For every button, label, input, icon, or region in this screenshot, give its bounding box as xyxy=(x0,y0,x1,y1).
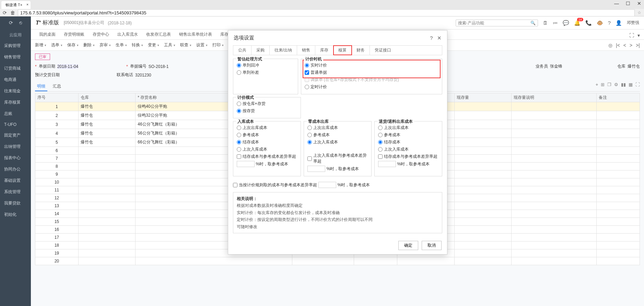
maximize-icon[interactable]: ☐ xyxy=(626,1,630,6)
close-icon[interactable]: × xyxy=(26,2,28,7)
browser-tab-title: 畅捷通 T+ xyxy=(5,3,22,7)
trash-icon[interactable]: 🗑 xyxy=(10,10,15,15)
minimize-icon[interactable]: — xyxy=(614,1,619,6)
address-bar[interactable]: 175.6.7.53:8080/tplus/view/portal/portal… xyxy=(18,9,635,16)
window-controls: — ☐ ✕ xyxy=(614,1,641,6)
star-icon[interactable]: ☆ xyxy=(637,10,641,15)
refresh-icon[interactable]: ⟳ xyxy=(3,10,7,15)
browser-tab[interactable]: 畅捷通 T+ × xyxy=(1,1,31,9)
close-icon[interactable]: ✕ xyxy=(637,1,641,6)
